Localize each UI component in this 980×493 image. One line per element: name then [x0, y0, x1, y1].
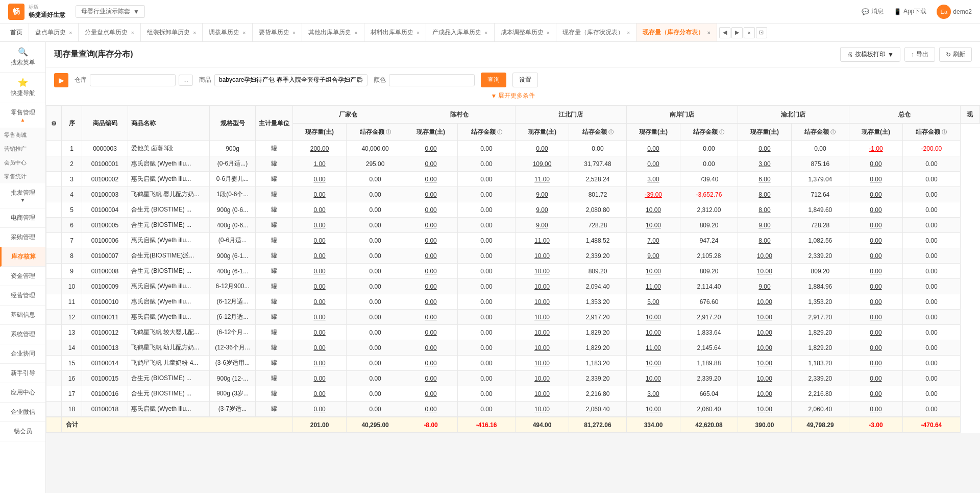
cell-wh3-qty[interactable]: 10.00 [515, 340, 569, 356]
cell-wh2-qty[interactable]: 0.00 [404, 402, 457, 417]
sidebar-item-app-center[interactable]: 应用中心 [0, 383, 45, 403]
cell-wh2-qty[interactable]: 0.00 [404, 310, 457, 325]
product-input[interactable] [214, 74, 368, 86]
tab-next-btn[interactable]: ▶ [731, 27, 743, 38]
sidebar-item-guide[interactable]: 新手引导 [0, 364, 45, 383]
cell-wh3-qty[interactable]: 10.00 [515, 279, 569, 294]
cell-wh4-qty[interactable]: 0.00 [626, 141, 680, 156]
sidebar-item-purchase[interactable]: 采购管理 [0, 228, 45, 247]
cell-wh6-qty[interactable]: 0.00 [849, 233, 902, 248]
cell-wh1-qty[interactable]: 0.00 [293, 187, 347, 202]
sidebar-sub-member[interactable]: 会员中心 [0, 156, 45, 170]
cell-wh6-qty[interactable]: 0.00 [849, 386, 902, 402]
tab-close-material-out[interactable]: × [416, 30, 420, 36]
cell-wh3-qty[interactable]: 11.00 [515, 172, 569, 187]
cell-wh2-qty[interactable]: 0.00 [404, 233, 457, 248]
tab-cost-adjust[interactable]: 成本调整单历史 × [495, 24, 556, 42]
search-btn[interactable]: 查询 [481, 73, 506, 87]
cell-wh4-qty[interactable]: -39.00 [626, 187, 680, 202]
cell-wh6-qty[interactable]: 0.00 [849, 310, 902, 325]
cell-wh3-qty[interactable]: 10.00 [515, 310, 569, 325]
cell-wh4-qty[interactable]: 3.00 [626, 386, 680, 402]
cell-wh5-qty[interactable]: 10.00 [738, 248, 791, 264]
cell-wh2-qty[interactable]: 0.00 [404, 218, 457, 233]
export-btn[interactable]: ↑ 导出 [904, 47, 935, 62]
cell-wh3-qty[interactable]: 10.00 [515, 248, 569, 264]
tab-requisition[interactable]: 要货单历史 × [253, 24, 302, 42]
cell-wh5-qty[interactable]: 10.00 [738, 356, 791, 371]
cell-wh4-qty[interactable]: 9.00 [626, 248, 680, 264]
cell-wh1-qty[interactable]: 0.00 [293, 218, 347, 233]
cell-wh1-qty[interactable]: 0.00 [293, 325, 347, 340]
tab-close-all-btn[interactable]: × [744, 27, 755, 38]
cell-wh5-qty[interactable]: 9.00 [738, 218, 791, 233]
cell-wh4-qty[interactable]: 10.00 [626, 402, 680, 417]
wh1-amt-info[interactable]: ⓘ [386, 129, 391, 135]
cell-wh2-qty[interactable]: 0.00 [404, 172, 457, 187]
cell-wh6-qty[interactable]: 0.00 [849, 356, 902, 371]
tab-other-out[interactable]: 其他出库单历史 × [302, 24, 364, 42]
cell-wh5-qty[interactable]: 10.00 [738, 310, 791, 325]
cell-wh4-qty[interactable]: 5.00 [626, 294, 680, 310]
cell-wh4-qty[interactable]: 10.00 [626, 356, 680, 371]
filter-expand-icon[interactable]: ▶ [54, 73, 68, 87]
refresh-btn[interactable]: ↻ 刷新 [939, 47, 972, 62]
sidebar-item-search[interactable]: 🔍 搜索英单 [0, 42, 45, 73]
cell-wh4-qty[interactable]: 10.00 [626, 218, 680, 233]
sidebar-item-operation[interactable]: 经营管理 [0, 286, 45, 306]
tab-combo[interactable]: 组装拆卸单历史 × [141, 24, 203, 42]
cell-wh1-qty[interactable]: 0.00 [293, 294, 347, 310]
sidebar-sub-marketing[interactable]: 营销推广 [0, 142, 45, 156]
cell-wh4-qty[interactable]: 7.00 [626, 233, 680, 248]
cell-wh1-qty[interactable]: 0.00 [293, 233, 347, 248]
sidebar-sub-retail-store[interactable]: 零售商城 [0, 128, 45, 142]
cell-wh6-qty[interactable]: -1.00 [849, 141, 902, 156]
cell-wh4-qty[interactable]: 10.00 [626, 371, 680, 386]
cell-wh5-qty[interactable]: 10.00 [738, 294, 791, 310]
cell-wh3-qty[interactable]: 11.00 [515, 233, 569, 248]
cell-wh6-qty[interactable]: 0.00 [849, 218, 902, 233]
cell-wh2-qty[interactable]: 0.00 [404, 325, 457, 340]
cell-wh3-qty[interactable]: 9.00 [515, 202, 569, 218]
cell-wh1-qty[interactable]: 0.00 [293, 248, 347, 264]
cell-wh2-qty[interactable]: 0.00 [404, 279, 457, 294]
cell-wh1-qty[interactable]: 1.00 [293, 156, 347, 172]
tab-partial-check[interactable]: 分量盘点单历史 × [79, 24, 140, 42]
warehouse-dots-btn[interactable]: ... [179, 75, 193, 86]
tab-close-cost-adjust[interactable]: × [547, 30, 550, 36]
industry-selector[interactable]: 母婴行业演示陈套 ▼ [76, 5, 145, 18]
cell-wh5-qty[interactable]: 0.00 [738, 141, 791, 156]
cell-wh2-qty[interactable]: 0.00 [404, 386, 457, 402]
cell-wh6-qty[interactable]: 0.00 [849, 202, 902, 218]
cell-wh4-qty[interactable]: 11.00 [626, 340, 680, 356]
cell-wh4-qty[interactable]: 3.00 [626, 172, 680, 187]
cell-wh1-qty[interactable]: 0.00 [293, 279, 347, 294]
cell-wh2-qty[interactable]: 0.00 [404, 264, 457, 279]
cell-wh6-qty[interactable]: 0.00 [849, 172, 902, 187]
cell-wh6-qty[interactable]: 0.00 [849, 325, 902, 340]
wh5-amt-info[interactable]: ⓘ [830, 129, 836, 135]
th-settings[interactable]: ⚙ [46, 106, 62, 141]
cell-wh4-qty[interactable]: 11.00 [626, 279, 680, 294]
cell-wh2-qty[interactable]: 0.00 [404, 356, 457, 371]
cell-wh4-qty[interactable]: 10.00 [626, 310, 680, 325]
cell-wh3-qty[interactable]: 10.00 [515, 402, 569, 417]
color-input[interactable] [389, 74, 475, 86]
tab-close-partial-check[interactable]: × [131, 30, 134, 36]
cell-wh5-qty[interactable]: 10.00 [738, 371, 791, 386]
cell-wh1-qty[interactable]: 0.00 [293, 172, 347, 187]
cell-wh1-qty[interactable]: 0.00 [293, 371, 347, 386]
cell-wh3-qty[interactable]: 10.00 [515, 264, 569, 279]
sidebar-item-enterprise-wechat[interactable]: 企业微信 [0, 403, 45, 422]
wh3-amt-info[interactable]: ⓘ [608, 129, 614, 135]
cell-wh1-qty[interactable]: 0.00 [293, 202, 347, 218]
sidebar-item-member2[interactable]: 畅会员 [0, 422, 45, 441]
cell-wh1-qty[interactable]: 0.00 [293, 264, 347, 279]
tab-inventory-check[interactable]: 盘点单历史 × [29, 24, 79, 42]
cell-wh5-qty[interactable]: 9.00 [738, 279, 791, 294]
expand-conditions-btn[interactable]: ▼ 展开更多条件 [491, 91, 535, 100]
sidebar-item-wholesale[interactable]: 批发管理 ▼ [0, 183, 45, 208]
tab-stock-status[interactable]: 现存量（库存状况表） × [556, 24, 636, 42]
cell-wh6-qty[interactable]: 0.00 [849, 371, 902, 386]
cell-wh3-qty[interactable]: 10.00 [515, 371, 569, 386]
